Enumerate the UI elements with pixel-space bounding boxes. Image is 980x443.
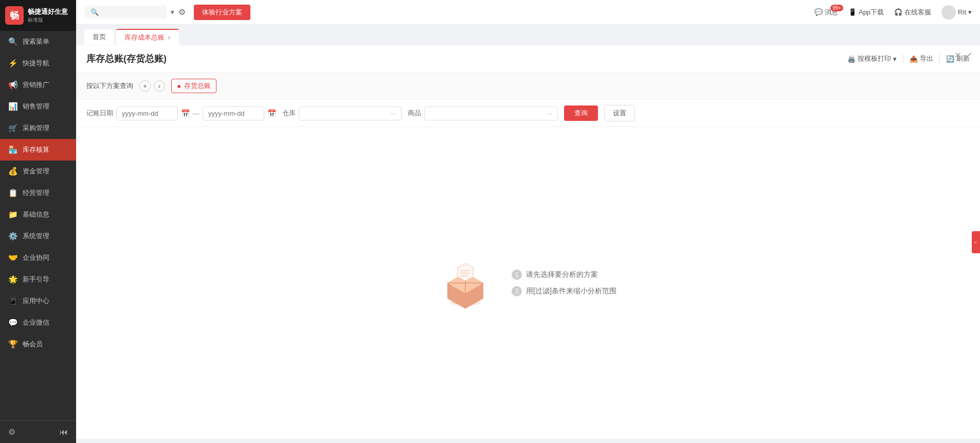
page-header: 库存总账(存货总账) 🖨️ 按模板打印 ▾ 📤 导出 🔄 <box>76 45 980 73</box>
logo-text: 畅捷通好生意 标准版 <box>28 7 68 24</box>
collapse-button[interactable]: ⏮ <box>60 428 68 437</box>
sidebar-item-label: 采购管理 <box>23 123 49 133</box>
calendar-end-icon[interactable]: 📅 <box>267 109 276 117</box>
warehouse-more-icon[interactable]: ··· <box>390 110 396 117</box>
sidebar-item-guide[interactable]: 🌟 新手引导 <box>0 269 76 290</box>
sidebar-item-finance[interactable]: 💰 资金管理 <box>0 161 76 182</box>
settings-button[interactable]: 设置 <box>604 105 635 121</box>
query-button[interactable]: 查询 <box>564 105 598 121</box>
sidebar-item-label: 基础信息 <box>23 210 49 219</box>
sidebar-item-label: 搜索菜单 <box>23 37 49 46</box>
print-icon: 🖨️ <box>847 55 856 63</box>
sidebar-item-search[interactable]: 🔍 搜索菜单 <box>0 31 76 52</box>
sidebar-item-label: 新手引导 <box>23 275 49 284</box>
divider2 <box>939 55 940 63</box>
filter-add-button[interactable]: + <box>139 80 151 92</box>
sidebar-item-marketing[interactable]: 📢 营销推广 <box>0 74 76 96</box>
settings-button[interactable]: ⚙ <box>8 427 15 437</box>
tab-label: 库存成本总账 <box>124 33 165 42</box>
sidebar-item-wechat[interactable]: 💬 企业微信 <box>0 312 76 333</box>
sales-icon: 📊 <box>8 102 17 111</box>
empty-box-svg <box>440 257 491 309</box>
sidebar-item-operation[interactable]: 📋 经营管理 <box>0 182 76 204</box>
topbar-dropdown[interactable]: ▾ <box>171 8 174 16</box>
sidebar-item-label: 营销推广 <box>23 80 49 90</box>
marketing-icon: 📢 <box>8 80 17 90</box>
export-icon: 📤 <box>910 55 918 63</box>
sidebar-item-apps[interactable]: 📱 应用中心 <box>0 290 76 312</box>
date-start-input[interactable] <box>116 107 178 120</box>
user-avatar <box>941 5 956 20</box>
sidebar-item-system[interactable]: ⚙️ 系统管理 <box>0 225 76 247</box>
sidebar-item-cooperation[interactable]: 🤝 企业协同 <box>0 247 76 269</box>
sidebar-item-label: 企业微信 <box>23 318 49 327</box>
logo-icon: 畅 <box>5 6 24 25</box>
empty-illustration: 1 请先选择要分析的方案 2 用[过滤]条件来缩小分析范围 <box>440 257 616 309</box>
empty-tips: 1 请先选择要分析的方案 2 用[过滤]条件来缩小分析范围 <box>512 270 616 296</box>
content-area: 首页 库存成本总账 × 库存总账(存货总账) 🖨️ 按模板打印 ▾ <box>76 25 980 443</box>
message-button[interactable]: 💬 消息 99+ <box>814 8 838 17</box>
goods-filter-group: 商品 ··· <box>408 107 558 120</box>
export-label: 导出 <box>920 54 933 63</box>
app-subtitle: 标准版 <box>28 16 68 24</box>
empty-state: 1 请先选择要分析的方案 2 用[过滤]条件来缩小分析范围 <box>76 127 980 439</box>
warehouse-selector[interactable]: ··· <box>299 107 402 120</box>
page-close-button[interactable]: ✕ <box>954 50 961 60</box>
export-button[interactable]: 📤 导出 <box>910 54 933 63</box>
system-icon: ⚙️ <box>8 232 17 241</box>
tip-num-2: 2 <box>512 286 522 296</box>
tab-inventory-ledger[interactable]: 库存成本总账 × <box>116 29 179 45</box>
inventory-icon: 🏪 <box>8 145 17 154</box>
sidebar-item-member[interactable]: 🏆 畅会员 <box>0 333 76 355</box>
sidebar-nav: 🔍 搜索菜单 ⚡ 快捷导航 📢 营销推广 📊 销售管理 🛒 采购管理 🏪 库存核… <box>0 31 76 420</box>
date-end-input[interactable] <box>203 107 264 120</box>
date-separator: — <box>193 110 199 117</box>
sidebar-item-label: 资金管理 <box>23 167 49 176</box>
filter-collapse-button[interactable]: ‹ <box>154 80 165 92</box>
user-menu[interactable]: Rit ▾ <box>941 5 972 20</box>
topbar-search-box[interactable]: 🔍 <box>84 6 167 19</box>
print-button[interactable]: 🖨️ 按模板打印 ▾ <box>847 54 897 63</box>
search-icon: 🔍 <box>8 37 17 46</box>
user-name: Rit <box>958 8 966 16</box>
tab-close-button[interactable]: × <box>168 34 171 41</box>
filter-bar: 按以下方案查询 + ‹ ● 存货总账 <box>76 73 980 100</box>
page-header-actions: 🖨️ 按模板打印 ▾ 📤 导出 🔄 刷新 <box>847 54 970 63</box>
message-badge: 99+ <box>830 5 843 11</box>
service-icon: 🎧 <box>894 8 902 16</box>
filter-scheme-tag[interactable]: ● 存货总账 <box>171 79 216 93</box>
topbar-gear-button[interactable]: ⚙ <box>178 7 186 17</box>
right-panel-toggle[interactable]: › <box>972 231 980 254</box>
user-chevron-icon: ▾ <box>968 8 972 16</box>
divider <box>903 55 903 63</box>
service-label: 在线客服 <box>904 8 931 17</box>
guide-icon: 🌟 <box>8 275 17 284</box>
page-expand-button[interactable]: ⤢ <box>965 50 972 60</box>
goods-more-icon[interactable]: ··· <box>547 110 552 117</box>
sidebar-item-label: 应用中心 <box>23 296 49 306</box>
cooperation-icon: 🤝 <box>8 253 17 262</box>
tip-text-1: 请先选择要分析的方案 <box>526 270 598 279</box>
sidebar-item-shortcut[interactable]: ⚡ 快捷导航 <box>0 52 76 74</box>
sidebar-footer: ⚙ ⏮ <box>0 420 76 443</box>
finance-icon: 💰 <box>8 167 17 176</box>
demo-btn[interactable]: 体验行业方案 <box>194 5 250 20</box>
sidebar-item-basic[interactable]: 📁 基础信息 <box>0 204 76 225</box>
main-area: 🔍 ▾ ⚙ 体验行业方案 💬 消息 99+ 📱 App下载 🎧 在线客服 <box>76 0 980 443</box>
sidebar-item-sales[interactable]: 📊 销售管理 <box>0 96 76 117</box>
goods-selector[interactable]: ··· <box>424 107 558 120</box>
search-small-icon: 🔍 <box>90 8 99 16</box>
sidebar: 畅 畅捷通好生意 标准版 🔍 搜索菜单 ⚡ 快捷导航 📢 营销推广 📊 销售管理… <box>0 0 76 443</box>
app-download-button[interactable]: 📱 App下载 <box>848 8 884 17</box>
topbar-left: 🔍 ▾ ⚙ 体验行业方案 <box>84 5 814 20</box>
filter-inputs-bar: 记账日期 📅 — 📅 仓库 ··· 商品 <box>76 100 980 127</box>
online-service-button[interactable]: 🎧 在线客服 <box>894 8 931 17</box>
app-download-label: App下载 <box>859 8 884 17</box>
scheme-label: 存货总账 <box>184 81 211 91</box>
sidebar-item-purchase[interactable]: 🛒 采购管理 <box>0 117 76 139</box>
page-top-actions: ✕ ⤢ <box>954 50 972 60</box>
sidebar-item-inventory[interactable]: 🏪 库存核算 <box>0 139 76 161</box>
sidebar-item-label: 畅会员 <box>23 340 43 349</box>
tab-home[interactable]: 首页 <box>84 29 114 45</box>
calendar-start-icon[interactable]: 📅 <box>181 109 190 117</box>
